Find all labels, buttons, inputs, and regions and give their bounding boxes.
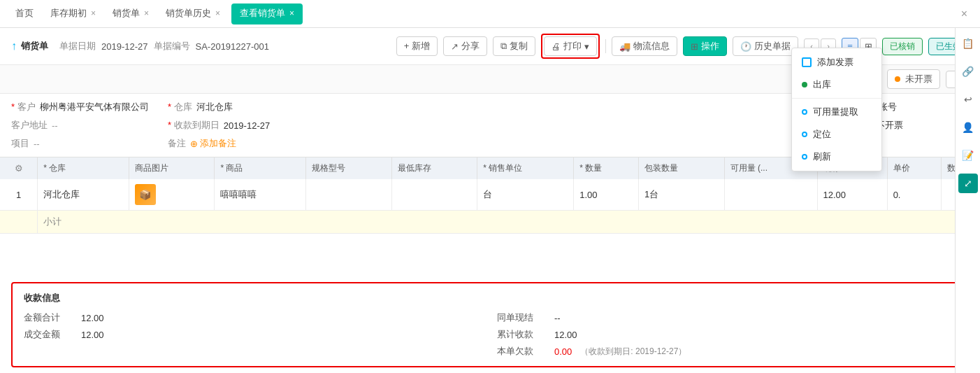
row-pkg-qty: 1台 bbox=[638, 179, 724, 211]
print-button[interactable]: 🖨 打印 ▾ bbox=[544, 36, 597, 56]
tab-home-label: 首页 bbox=[15, 7, 34, 20]
customer-value: 柳州粤港平安气体有限公司 bbox=[40, 101, 149, 113]
print-icon: 🖨 bbox=[552, 41, 561, 52]
copy-label: 复制 bbox=[510, 40, 528, 52]
tab-sales-history-close[interactable]: × bbox=[215, 8, 220, 18]
tab-inventory[interactable]: 库存期初 × bbox=[42, 0, 104, 28]
tab-home[interactable]: 首页 bbox=[7, 0, 42, 28]
add-invoice-label: 添加发票 bbox=[817, 56, 853, 69]
logistics-icon: 🚚 bbox=[619, 41, 630, 52]
total-label: 金额合计 bbox=[24, 311, 73, 324]
new-button[interactable]: + 新增 bbox=[396, 36, 438, 56]
row-num: 1 bbox=[0, 179, 38, 211]
doc-meta: 单据日期 2019-12-27 单据编号 SA-20191227-001 bbox=[59, 40, 269, 52]
history-icon: 🕐 bbox=[740, 41, 751, 52]
window-close-button[interactable]: × bbox=[956, 8, 973, 20]
add-note-btn[interactable]: ⊕ 添加备注 bbox=[190, 137, 236, 150]
due-date-value: 2019-12-27 bbox=[224, 120, 271, 131]
col-spec: 规格型号 bbox=[305, 157, 391, 179]
locate-icon bbox=[802, 132, 807, 137]
customer-field: 客户 柳州粤港平安气体有限公司 bbox=[11, 101, 151, 113]
row-stock: 12.00 bbox=[817, 179, 887, 211]
deal-amount-value: 12.00 bbox=[81, 330, 104, 340]
col-price: 单价 bbox=[887, 157, 941, 179]
warehouse-value: 河北仓库 bbox=[196, 101, 233, 113]
right-sidebar: 📋 🔗 ↩ 👤 📝 ⤢ bbox=[955, 28, 980, 373]
sidebar-icon-link[interactable]: 🔗 bbox=[958, 62, 978, 81]
payment-same-order-row: 同单现结 -- bbox=[497, 311, 956, 324]
not-open-btn[interactable]: 未开票 bbox=[887, 69, 940, 89]
row-unit: 台 bbox=[477, 179, 574, 211]
product-image: 📦 bbox=[135, 184, 156, 205]
address-value: -- bbox=[52, 120, 58, 131]
col-unit: * 销售单位 bbox=[477, 157, 574, 179]
same-order-label: 同单现结 bbox=[497, 311, 546, 324]
tab-view-sales[interactable]: 查看销货单 × bbox=[231, 3, 303, 24]
copy-button[interactable]: ⧉ 复制 bbox=[493, 36, 535, 56]
tab-view-sales-close[interactable]: × bbox=[289, 8, 294, 18]
subtotal-row: 小计 bbox=[0, 211, 980, 234]
doc-date: 2019-12-27 bbox=[101, 41, 148, 52]
tab-inventory-close[interactable]: × bbox=[91, 8, 96, 18]
logistics-button[interactable]: 🚚 物流信息 bbox=[612, 36, 677, 56]
subtotal-text: 小计 bbox=[38, 211, 980, 234]
dropdown-menu: 添加发票 出库 可用量提取 定位 刷新 bbox=[791, 48, 882, 171]
add-icon: ⊕ bbox=[190, 139, 198, 149]
tab-sales-history-label: 销货单历史 bbox=[166, 7, 211, 20]
tab-sales[interactable]: 销货单 × bbox=[104, 0, 157, 28]
col-settings: ⚙ bbox=[0, 157, 38, 179]
total-value: 12.00 bbox=[81, 313, 104, 323]
tab-sales-history[interactable]: 销货单历史 × bbox=[157, 0, 229, 28]
tab-sales-close[interactable]: × bbox=[144, 8, 149, 18]
menu-locate[interactable]: 定位 bbox=[792, 123, 881, 146]
toolbar-sep-1 bbox=[605, 39, 606, 53]
print-label: 打印 bbox=[563, 40, 582, 52]
row-spec bbox=[305, 179, 391, 211]
menu-refresh[interactable]: 刷新 bbox=[792, 146, 881, 168]
doc-type-icon: ↑ bbox=[11, 40, 17, 52]
payment-owed-row: 本单欠款 0.00 （收款到期日: 2019-12-27） bbox=[497, 345, 956, 358]
share-button[interactable]: ↗ 分享 bbox=[443, 36, 487, 56]
toolbar: + 新增 ↗ 分享 ⧉ 复制 🖨 打印 ▾ 🚚 物流信息 bbox=[396, 34, 969, 59]
doc-type-label: 销货单 bbox=[21, 40, 48, 52]
col-min-stock: 最低库存 bbox=[391, 157, 477, 179]
doc-number: SA-20191227-001 bbox=[196, 41, 270, 52]
menu-outbound[interactable]: 出库 bbox=[792, 73, 881, 96]
gear-icon[interactable]: ⚙ bbox=[15, 163, 23, 174]
subtotal-label bbox=[0, 211, 38, 234]
col-warehouse: * 仓库 bbox=[38, 157, 129, 179]
ops-label: 操作 bbox=[701, 40, 719, 52]
history-label: 历史单据 bbox=[754, 40, 791, 52]
warehouse-field: 仓库 河北仓库 bbox=[168, 101, 308, 113]
owed-value: 0.00 bbox=[554, 346, 572, 357]
menu-available[interactable]: 可用量提取 bbox=[792, 101, 881, 123]
payment-cumulative-row: 累计收款 12.00 bbox=[497, 328, 956, 341]
payment-title: 收款信息 bbox=[24, 292, 956, 304]
col-product: * 商品 bbox=[215, 157, 305, 179]
tab-sales-label: 销货单 bbox=[113, 7, 140, 20]
sidebar-icon-expand[interactable]: ⤢ bbox=[958, 174, 978, 193]
col-img: 商品图片 bbox=[129, 157, 215, 179]
cumulative-value: 12.00 bbox=[554, 330, 577, 340]
sidebar-icon-doc[interactable]: 📋 bbox=[958, 34, 978, 53]
sidebar-icon-user[interactable]: 👤 bbox=[958, 118, 978, 137]
doc-title: ↑ 销货单 bbox=[11, 40, 48, 52]
refresh-icon bbox=[802, 154, 807, 160]
ops-button[interactable]: ⊞ 操作 bbox=[683, 36, 727, 56]
print-dropdown-arrow: ▾ bbox=[584, 41, 589, 52]
history-button[interactable]: 🕐 历史单据 bbox=[733, 36, 798, 56]
project-value: -- bbox=[34, 139, 40, 149]
deal-amount-label: 成交金额 bbox=[24, 328, 73, 341]
new-label: + 新增 bbox=[404, 40, 430, 52]
date-label: 单据日期 bbox=[59, 40, 96, 52]
sidebar-icon-note[interactable]: 📝 bbox=[958, 146, 978, 165]
col-pkg-qty: 包装数量 bbox=[638, 157, 724, 179]
sidebar-icon-return[interactable]: ↩ bbox=[958, 90, 978, 109]
row-qty: 1.00 bbox=[574, 179, 639, 211]
menu-add-invoice[interactable]: 添加发票 bbox=[792, 51, 881, 73]
project-field: 项目 -- bbox=[11, 137, 151, 150]
note-field: 备注 ⊕ 添加备注 bbox=[168, 137, 308, 150]
share-icon: ↗ bbox=[451, 41, 459, 52]
project-label: 项目 bbox=[11, 137, 29, 150]
tab-bar: 首页 库存期初 × 销货单 × 销货单历史 × 查看销货单 × × bbox=[0, 0, 980, 28]
